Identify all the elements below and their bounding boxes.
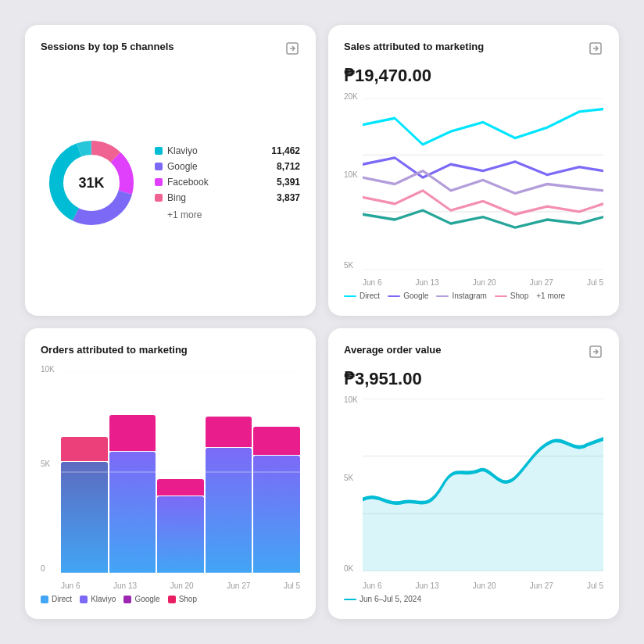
sales-title: Sales attributed to marketing <box>344 41 484 52</box>
legend-avg-period: Jun 6–Jul 5, 2024 <box>344 595 421 603</box>
orders-klaviyo-dot <box>80 596 88 603</box>
orders-chart-container: 10K 5K 0 <box>41 365 300 590</box>
x-axis-avg: Jun 6 Jun 13 Jun 20 Jun 27 Jul 5 <box>363 581 603 590</box>
bar-jul5-direct <box>253 456 300 573</box>
avg-y-5k: 5K <box>344 474 353 482</box>
orders-google-dot <box>123 596 131 603</box>
donut-container: 31K Klaviyo 11,462 Google 8,712 Facebook… <box>41 66 300 300</box>
y-10k: 10K <box>344 170 358 179</box>
bar-jun20-direct <box>157 496 204 573</box>
donut-chart: 31K <box>41 132 142 234</box>
legend-direct: Direct <box>344 292 380 300</box>
legend-orders-google: Google <box>123 595 159 603</box>
sessions-card-header: Sessions by top 5 channels <box>41 41 300 56</box>
avg-order-title: Average order value <box>344 344 442 356</box>
orders-klaviyo-label: Klaviyo <box>91 595 116 603</box>
legend-orders-direct: Direct <box>41 595 72 603</box>
orders-google-label: Google <box>134 595 159 603</box>
sessions-title: Sessions by top 5 channels <box>41 41 174 52</box>
avg-order-header: Average order value <box>344 344 603 360</box>
sales-card: Sales attributed to marketing ₱19,470.00… <box>328 25 619 316</box>
orders-shop-label: Shop <box>179 595 197 603</box>
shop-sales-line <box>495 295 507 297</box>
instagram-line <box>436 295 449 297</box>
legend-more-sales: +1 more <box>536 292 565 300</box>
bar-group-jun13 <box>109 371 156 573</box>
sales-chart-area: 20K 10K 5K Jun 6 <box>344 92 603 287</box>
legend-orders-klaviyo: Klaviyo <box>80 595 116 603</box>
avg-order-value: ₱3,951.00 <box>344 369 603 389</box>
instagram-label: Instagram <box>452 292 486 300</box>
export-icon-sales[interactable] <box>588 41 603 56</box>
bar-group-jul5 <box>253 371 300 573</box>
orders-y-5k: 5K <box>41 460 50 468</box>
export-icon-avg[interactable] <box>588 344 603 360</box>
bing-dot <box>155 194 163 202</box>
orders-card-header: Orders attributed to marketing <box>41 344 300 356</box>
avg-order-chart-area: 10K 5K 0K Jun 6 Jun 13 Jun 20 Jun 27 Jul… <box>344 395 603 590</box>
avg-order-card: Average order value ₱3,951.00 10K 5K 0K <box>328 328 619 619</box>
legend-google-sales: Google <box>388 292 428 300</box>
bar-jun6-a <box>61 371 108 573</box>
facebook-value: 5,391 <box>277 177 300 188</box>
avg-y-10k: 10K <box>344 395 358 404</box>
orders-direct-dot <box>41 596 48 603</box>
google-value: 8,712 <box>277 161 300 172</box>
bar-group-jun27 <box>206 371 252 573</box>
orders-bars <box>61 371 300 573</box>
google-sales-line <box>388 295 400 297</box>
klaviyo-label: Klaviyo <box>167 145 267 156</box>
orders-y-10k: 10K <box>41 365 55 374</box>
orders-title: Orders attributed to marketing <box>41 344 188 356</box>
bar-jun27-shop <box>206 417 252 447</box>
bar-jun6-shop <box>61 437 108 461</box>
legend-item-bing: Bing 3,837 <box>155 192 300 203</box>
facebook-dot <box>155 178 163 186</box>
google-sales-label: Google <box>403 292 428 300</box>
bar-jun20-shop <box>157 479 204 496</box>
google-dot <box>155 163 163 170</box>
sessions-more: +1 more <box>155 209 300 220</box>
orders-y-0: 0 <box>41 564 45 573</box>
legend-item-google: Google 8,712 <box>155 161 300 172</box>
direct-line <box>344 295 356 297</box>
avg-area-chart <box>363 399 603 571</box>
sales-value: ₱19,470.00 <box>344 66 603 86</box>
bar-jun20-a <box>157 371 204 573</box>
direct-label: Direct <box>360 292 380 300</box>
sessions-card: Sessions by top 5 channels <box>25 25 316 316</box>
bar-jul5-shop <box>253 427 300 455</box>
legend-item-facebook: Facebook 5,391 <box>155 177 300 188</box>
bar-group-jun20 <box>157 371 204 573</box>
x-axis-sales: Jun 6 Jun 13 Jun 20 Jun 27 Jul 5 <box>363 278 603 287</box>
bar-group-jun6 <box>61 371 108 573</box>
orders-shop-dot <box>168 596 176 603</box>
klaviyo-dot <box>155 147 163 155</box>
legend-instagram: Instagram <box>436 292 486 300</box>
bar-jun27-direct <box>206 448 252 573</box>
facebook-label: Facebook <box>167 177 272 188</box>
legend-shop-sales: Shop <box>495 292 528 300</box>
avg-legend: Jun 6–Jul 5, 2024 <box>344 595 603 603</box>
legend-orders-shop: Shop <box>168 595 197 603</box>
dashboard: Sessions by top 5 channels <box>0 0 644 644</box>
x-axis-orders: Jun 6 Jun 13 Jun 20 Jun 27 Jul 5 <box>61 581 300 590</box>
bar-jun13-a <box>109 371 156 573</box>
avg-period-label: Jun 6–Jul 5, 2024 <box>360 595 421 603</box>
klaviyo-value: 11,462 <box>271 145 300 156</box>
bar-jun27-a <box>206 371 252 573</box>
google-label: Google <box>167 161 272 172</box>
bing-value: 3,837 <box>277 192 300 203</box>
orders-direct-label: Direct <box>52 595 72 603</box>
bar-jun6-direct <box>61 462 108 573</box>
y-5k: 5K <box>344 261 353 270</box>
avg-y-0k: 0K <box>344 564 353 573</box>
bar-jun13-shop <box>109 415 156 451</box>
donut-center-value: 31K <box>78 175 104 191</box>
export-icon[interactable] <box>284 41 300 56</box>
sales-legend: Direct Google Instagram Shop +1 more <box>344 292 603 300</box>
shop-sales-label: Shop <box>510 292 528 300</box>
bing-label: Bing <box>167 192 272 203</box>
sales-card-header: Sales attributed to marketing <box>344 41 603 56</box>
sessions-legend: Klaviyo 11,462 Google 8,712 Facebook 5,3… <box>155 145 300 220</box>
